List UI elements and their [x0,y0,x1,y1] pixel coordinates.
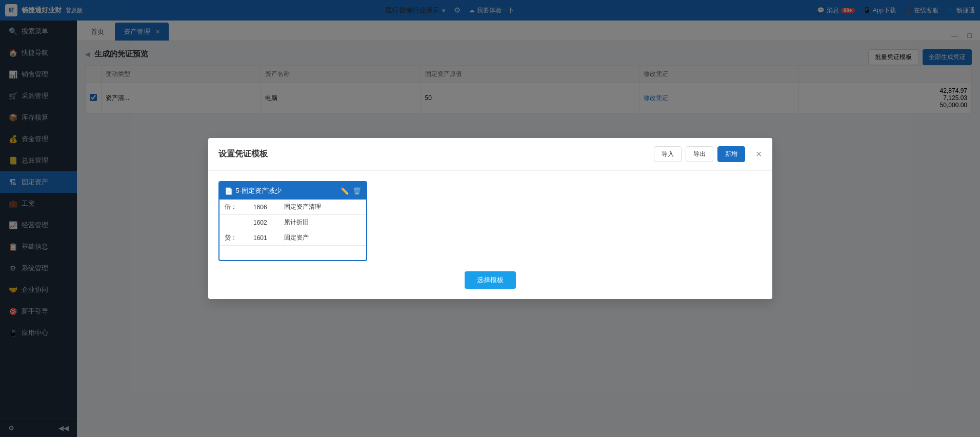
dialog-body: 📄 5-固定资产减少 ✏️ 🗑️ 借： [208,171,772,299]
new-template-button[interactable]: 新增 [717,146,745,162]
entry-credit [353,215,366,230]
template-name: 5-固定资产减少 [236,186,282,195]
template-actions: ✏️ 🗑️ [341,187,361,195]
template-delete-icon[interactable]: 🗑️ [353,187,361,195]
template-card-body: 借： 1606 固定资产清理 1602 累计折旧 [219,200,366,260]
template-card: 📄 5-固定资产减少 ✏️ 🗑️ 借： [218,181,367,261]
select-template-button[interactable]: 选择模板 [465,271,516,289]
template-grid: 📄 5-固定资产减少 ✏️ 🗑️ 借： [218,181,762,261]
dialog-header-actions: 导入 导出 新增 ✕ [654,146,762,162]
entry-direction: 贷： [219,230,249,246]
template-entry-row: 贷： 1601 固定资产 [219,230,366,246]
entry-code: 1601 [248,230,279,246]
entry-account-name: 固定资产 [279,230,339,246]
dialog-overlay: 设置凭证模板 导入 导出 新增 ✕ 📄 5-固定资产减少 [0,0,980,437]
template-entry-row: 借： 1606 固定资产清理 [219,200,366,215]
template-entries-table: 借： 1606 固定资产清理 1602 累计折旧 [219,200,366,260]
entry-direction [219,215,249,230]
entry-direction: 借： [219,200,249,215]
entry-debit [339,215,353,230]
template-doc-icon: 📄 [225,187,233,195]
template-entry-empty-row [219,246,366,260]
entry-account-name: 固定资产清理 [279,200,339,215]
dialog-close-icon[interactable]: ✕ [755,149,762,159]
entry-credit [353,200,366,215]
template-card-header: 📄 5-固定资产减少 ✏️ 🗑️ [219,182,366,200]
entry-code: 1602 [248,215,279,230]
dialog-title: 设置凭证模板 [218,149,268,160]
entry-account-name: 累计折旧 [279,215,339,230]
entry-credit [353,230,366,246]
entry-code: 1606 [248,200,279,215]
template-edit-icon[interactable]: ✏️ [341,187,349,195]
template-entry-row: 1602 累计折旧 [219,215,366,230]
import-button[interactable]: 导入 [654,146,682,162]
entry-debit [339,200,353,215]
export-button[interactable]: 导出 [686,146,713,162]
dialog-header: 设置凭证模板 导入 导出 新增 ✕ [208,138,772,171]
entry-debit [339,230,353,246]
voucher-template-dialog: 设置凭证模板 导入 导出 新增 ✕ 📄 5-固定资产减少 [208,138,772,299]
